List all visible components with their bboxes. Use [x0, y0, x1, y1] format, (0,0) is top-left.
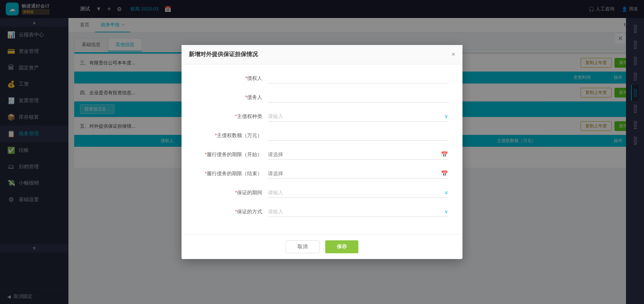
creditor-amount-label: *主债权数额（万元）	[196, 132, 268, 139]
cancel-button[interactable]: 取消	[286, 240, 319, 253]
guarantee-method-chevron[interactable]: ∨	[444, 209, 448, 214]
modal-footer: 取消 保存	[182, 234, 462, 259]
creditor-type-select[interactable]: 请输入	[268, 111, 443, 121]
form-row-creditor-type: *主债权种类 请输入 ∨	[196, 111, 448, 122]
debt-end-date-wrapper: 📅	[268, 168, 448, 179]
form-row-debt-end: *履行债务的期限（结束） 📅	[196, 168, 448, 179]
form-row-creditor: *债权人	[196, 73, 448, 83]
form-row-debt-start: *履行债务的期限（开始） 📅	[196, 149, 448, 160]
debt-end-label: *履行债务的期限（结束）	[196, 171, 268, 177]
modal-body: *债权人 *债务人 *主债权种类 请输入	[182, 64, 462, 234]
modal-close-button[interactable]: ×	[451, 51, 455, 58]
save-button[interactable]: 保存	[325, 240, 358, 253]
guarantee-period-chevron[interactable]: ∨	[444, 190, 448, 195]
guarantee-method-select-wrapper: 请输入 ∨	[268, 207, 448, 217]
form-row-guarantee-method: *保证的方式 请输入 ∨	[196, 207, 448, 217]
modal-header: 新增对外提供保证担保情况 ×	[182, 45, 462, 64]
modal-overlay: 新增对外提供保证担保情况 × *债权人 *债务人 *主债权种类	[0, 0, 644, 304]
debt-end-input[interactable]	[268, 168, 441, 178]
form-row-debtor: *债务人	[196, 92, 448, 103]
debt-end-calendar-icon[interactable]: 📅	[441, 170, 448, 177]
guarantee-period-select-wrapper: 请输入 ∨	[268, 187, 448, 198]
modal-title: 新增对外提供保证担保情况	[189, 51, 258, 58]
creditor-label: *债权人	[196, 75, 268, 82]
creditor-type-chevron[interactable]: ∨	[444, 113, 448, 119]
debtor-input[interactable]	[268, 92, 448, 103]
guarantee-period-select[interactable]: 请输入	[268, 187, 443, 198]
creditor-type-select-wrapper: 请输入 ∨	[268, 111, 448, 122]
debt-start-label: *履行债务的期限（开始）	[196, 151, 268, 158]
form-row-guarantee-period: *保证的期间 请输入 ∨	[196, 187, 448, 198]
creditor-type-label: *主债权种类	[196, 113, 268, 120]
debtor-label: *债务人	[196, 94, 268, 101]
guarantee-method-label: *保证的方式	[196, 209, 268, 215]
creditor-input[interactable]	[268, 73, 448, 83]
guarantee-period-label: *保证的期间	[196, 190, 268, 196]
modal: 新增对外提供保证担保情况 × *债权人 *债务人 *主债权种类	[182, 45, 462, 259]
debt-start-input[interactable]	[268, 149, 441, 159]
creditor-amount-input[interactable]	[268, 130, 448, 141]
form-row-creditor-amount: *主债权数额（万元）	[196, 130, 448, 141]
debt-start-calendar-icon[interactable]: 📅	[441, 151, 448, 158]
debt-start-date-wrapper: 📅	[268, 149, 448, 160]
guarantee-method-select[interactable]: 请输入	[268, 207, 443, 217]
